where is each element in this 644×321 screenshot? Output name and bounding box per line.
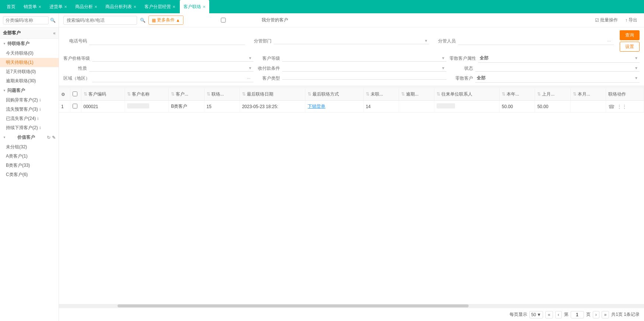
payment-arrow-icon: ▼: [441, 66, 445, 70]
row-last-month: 50.00: [535, 101, 570, 113]
sidebar-item-churned[interactable]: 已流失客户(24) ℹ: [0, 114, 59, 123]
nav-item-purchase-label: 进货单: [49, 4, 63, 10]
nav-item-customer-tier-close[interactable]: ✕: [172, 5, 175, 9]
col-overdue: ⇅逾期...: [399, 88, 434, 101]
filter-phone: 电话号码: [63, 37, 245, 45]
export-button[interactable]: ↑ 导出: [623, 16, 640, 24]
sidebar-item-overdue[interactable]: 逾期未联络(30): [0, 76, 59, 86]
next-page-button[interactable]: ›: [593, 311, 599, 318]
col-customer-name: ⇅客户名称: [125, 88, 169, 101]
sidebar-item-ungrouped[interactable]: 未分组(32): [0, 142, 59, 152]
value-edit-icon[interactable]: ✎: [52, 135, 56, 140]
page-number-input[interactable]: [571, 311, 584, 318]
filter-manager: 分管人员 ···: [432, 37, 614, 45]
filter-panel: 电话号码 分管部门 ▼ 分管人员 ···: [59, 27, 644, 86]
filter-region-select[interactable]: ···: [92, 75, 253, 82]
page-label: 第: [564, 311, 568, 318]
sidebar-item-churn-warning[interactable]: 流失预警客户(3) ℹ: [0, 105, 59, 114]
filter-customer-level-select[interactable]: ▼: [282, 55, 447, 62]
filter-payment: 收付款条件 ▼: [256, 65, 447, 72]
more-filters-label: 更多条件: [157, 17, 175, 23]
value-refresh-icon[interactable]: ↻: [47, 135, 50, 140]
nav-item-purchase-close[interactable]: ✕: [64, 5, 67, 9]
customer-name-blur: [127, 103, 149, 108]
batch-action-button[interactable]: ☑ 批量操作: [593, 16, 620, 24]
nav-item-customer-contact-close[interactable]: ✕: [203, 5, 206, 9]
sidebar-search-area: 🔍: [0, 13, 59, 28]
nav-item-analysis-list[interactable]: 商品分析列表 ✕: [102, 0, 140, 13]
nav-item-analysis[interactable]: 商品分析 ✕: [71, 0, 101, 13]
first-page-button[interactable]: «: [545, 311, 553, 318]
row-checkbox[interactable]: [70, 101, 81, 113]
filter-nature-label: 性质: [63, 65, 89, 72]
filter-customer-type-select[interactable]: [282, 77, 447, 80]
help-icon-repurchase: ℹ: [39, 98, 41, 102]
search-button[interactable]: 🔍: [140, 18, 146, 23]
nav-item-customer-tier[interactable]: 客户分层经营 ✕: [141, 0, 179, 13]
content-area: 🔍 ▦ 更多条件 ▲ 我分管的客户 ☑ 批量操作 ↑ 导出: [59, 13, 644, 321]
filter-retail-customer-label: 零散客户: [449, 75, 475, 82]
nav-item-purchase[interactable]: 进货单 ✕: [46, 0, 71, 13]
filter-customer-level-label: 客户等级: [256, 55, 282, 62]
filter-phone-input[interactable]: [89, 37, 245, 45]
nav-item-sales-close[interactable]: ✕: [38, 5, 41, 9]
sidebar-search-icon[interactable]: 🔍: [50, 18, 56, 23]
sidebar-item-class-b[interactable]: B类客户(33): [0, 161, 59, 170]
filter-arrow-icon: ▲: [176, 18, 180, 23]
settings-button[interactable]: 设置: [620, 42, 640, 52]
sidebar: 🔍 全部客户 « 待联络客户 今天待联络(0) 明天待联络(1) 近7天待联络(…: [0, 13, 59, 321]
data-table: ⚙ ⇅客户编码 ⇅客户名称 ⇅客户... ⇅联络... ⇅最后联络日期 ⇅最后联…: [59, 88, 644, 113]
sidebar-item-7days[interactable]: 近7天待联络(0): [0, 67, 59, 76]
filter-retail-customer-select[interactable]: 全部 ▼: [475, 74, 640, 83]
filter-row-4: 区域（地区） ··· 客户类型 零散客户 全部 ▼: [63, 74, 640, 83]
sidebar-item-declining[interactable]: 持续下滑客户(2) ℹ: [0, 123, 59, 132]
manager-ellipsis[interactable]: ···: [606, 38, 612, 44]
filter-dept-select[interactable]: ▼: [274, 38, 430, 44]
nav-item-analysis-list-close[interactable]: ✕: [133, 5, 136, 9]
sidebar-item-class-a[interactable]: A类客户(1): [0, 152, 59, 161]
nav-item-sales-label: 销货单: [24, 4, 37, 10]
nav-home[interactable]: 首页: [3, 0, 19, 13]
sidebar-all-customers-header: 全部客户 «: [0, 28, 59, 39]
my-customers-checkbox-area[interactable]: 我分管的客户: [186, 17, 288, 23]
filter-retail-attr-select[interactable]: 全部 ▼: [478, 54, 640, 63]
region-ellipsis[interactable]: ···: [245, 76, 252, 81]
nav-item-customer-tier-label: 客户分层经营: [144, 4, 171, 10]
sidebar-item-class-c[interactable]: C类客户(6): [0, 170, 59, 179]
sidebar-item-tomorrow[interactable]: 明天待联络(1): [0, 58, 59, 67]
page-size-select[interactable]: 50 ▼: [529, 311, 543, 318]
sidebar-search-input[interactable]: [3, 16, 49, 24]
filter-price-level-select[interactable]: ▼: [92, 55, 253, 62]
sidebar-collapse-icon[interactable]: «: [53, 31, 56, 36]
filter-phone-label: 电话号码: [63, 38, 89, 44]
filter-manager-select[interactable]: ···: [458, 37, 614, 45]
filter-region-label: 区域（地区）: [63, 75, 92, 82]
select-all-checkbox[interactable]: [73, 92, 77, 96]
col-checkbox[interactable]: [70, 88, 81, 101]
filter-payment-label: 收付款条件: [256, 65, 282, 72]
filter-manager-label: 分管人员: [432, 38, 458, 44]
horizontal-scrollbar[interactable]: [59, 304, 644, 308]
sidebar-item-repurchase-abnormal[interactable]: 回购异常客户(2) ℹ: [0, 96, 59, 105]
my-customers-checkbox[interactable]: [186, 18, 260, 23]
sidebar-item-today[interactable]: 今天待联络(0): [0, 49, 59, 58]
filter-nature-select[interactable]: ▼: [89, 65, 253, 72]
nav-item-customer-contact[interactable]: 客户联络 ✕: [180, 0, 209, 13]
retail-customer-arrow: ▼: [634, 76, 638, 80]
filter-payment-select[interactable]: ▼: [282, 65, 447, 72]
search-input[interactable]: [63, 16, 137, 25]
prev-page-button[interactable]: ‹: [555, 311, 562, 318]
nav-item-sales[interactable]: 销货单 ✕: [20, 0, 45, 13]
nav-item-analysis-close[interactable]: ✕: [94, 5, 97, 9]
row-contact-icon[interactable]: ☎: [608, 104, 615, 110]
row-action-buttons: ☎ ⋮⋮: [608, 104, 641, 110]
col-settings[interactable]: ⚙: [59, 88, 70, 101]
filter-status-select[interactable]: ▼: [475, 65, 640, 72]
last-page-button[interactable]: »: [602, 311, 609, 318]
row-more-icon[interactable]: ⋮⋮: [617, 104, 627, 110]
last-contact-method-link[interactable]: 下销货单: [308, 104, 325, 109]
query-button[interactable]: 查询: [620, 30, 640, 40]
row-last-contact-method[interactable]: 下销货单: [305, 101, 363, 113]
scrollbar-thumb[interactable]: [118, 304, 469, 307]
more-filters-button[interactable]: ▦ 更多条件 ▲: [148, 15, 183, 25]
